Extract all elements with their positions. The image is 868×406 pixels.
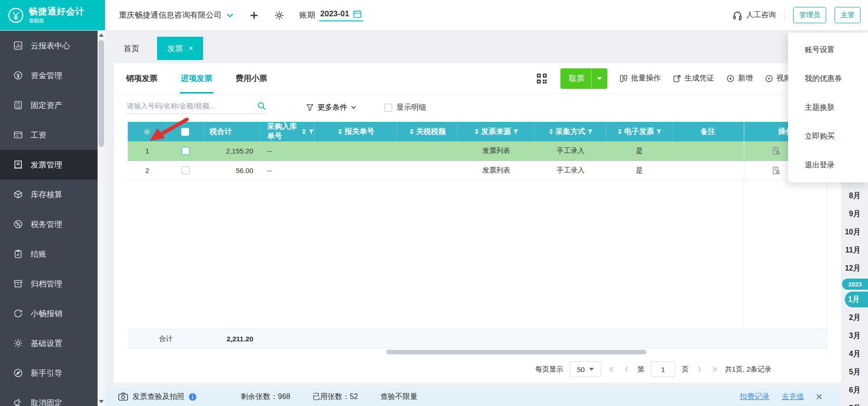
table-row[interactable]: 2 56.00 -- 发票列表 手工录入 是 [128, 161, 827, 180]
view-detail-button[interactable] [772, 166, 781, 175]
select-all-header[interactable] [167, 122, 204, 141]
column-header-source[interactable]: 发票来源 [458, 122, 535, 141]
scrollbar-thumb[interactable] [99, 40, 104, 147]
sidebar-item-salary[interactable]: 工资 [0, 120, 105, 150]
search-input[interactable] [127, 102, 253, 110]
show-detail-toggle[interactable]: 显示明细 [384, 103, 426, 113]
tab-home[interactable]: 首页 [113, 37, 150, 60]
sidebar-item-basic-settings[interactable]: 基础设置 [0, 328, 105, 358]
subtab-sales-invoice[interactable]: 销项发票 [125, 63, 158, 93]
column-header-tax-total[interactable]: 税合计 [204, 122, 260, 141]
first-page-button[interactable] [608, 366, 616, 373]
sidebar-item-tax[interactable]: 税务管理 [0, 209, 105, 239]
menu-item-buy-now[interactable]: 立即购买 [788, 122, 868, 151]
sidebar-item-archive[interactable]: 归档管理 [0, 269, 105, 299]
page-number-input[interactable] [651, 361, 675, 377]
sidebar-item-closing[interactable]: 结账 [0, 239, 105, 269]
month-item[interactable]: 9月 [838, 205, 868, 223]
sidebar-item-funds[interactable]: 资金管理 [0, 60, 105, 90]
subtab-purchase-invoice[interactable]: 进项发票 [180, 63, 213, 93]
filter-icon[interactable] [587, 129, 593, 134]
scroll-up-arrow-icon[interactable] [99, 33, 104, 37]
menu-item-theme-skin[interactable]: 主题换肤 [788, 93, 868, 122]
sidebar-item-fixed-assets[interactable]: 固定资产 [0, 90, 105, 120]
month-item[interactable]: 2月 [838, 309, 868, 327]
subtab-expense-receipt[interactable]: 费用小票 [235, 63, 268, 93]
sidebar-item-unpin[interactable]: 取消固定 [0, 388, 105, 406]
gear-icon[interactable] [143, 128, 151, 136]
horizontal-scrollbar[interactable] [128, 348, 827, 356]
sidebar-item-invoice[interactable]: 发票管理 [0, 150, 105, 180]
tab-invoice[interactable]: 发票 × [157, 37, 203, 60]
scroll-down-arrow-icon[interactable] [99, 400, 104, 403]
sort-icon[interactable] [475, 129, 479, 134]
role-admin-button[interactable]: 管理员 [793, 7, 826, 23]
close-bar-button[interactable] [816, 393, 822, 400]
month-item[interactable]: 7月 [838, 399, 868, 406]
more-conditions-button[interactable]: 更多条件 [306, 103, 356, 113]
scrollbar-thumb[interactable] [386, 350, 646, 354]
month-item[interactable]: 10月 [838, 223, 868, 241]
info-icon[interactable] [189, 393, 197, 401]
filter-icon[interactable] [309, 129, 314, 134]
month-item[interactable]: 12月 [838, 260, 868, 278]
select-all-checkbox[interactable] [181, 128, 189, 136]
video-button[interactable]: 视频 [765, 73, 791, 83]
sort-icon[interactable] [338, 129, 342, 134]
column-header-tariff-amount[interactable]: 关税税额 [397, 122, 458, 141]
sidebar-item-cloud-report[interactable]: 云报表中心 [0, 31, 105, 60]
recharge-link[interactable]: 去充值 [782, 392, 804, 402]
column-header-electronic[interactable]: 电子发票 [606, 122, 672, 141]
month-item-active[interactable]: 1月 [845, 292, 868, 307]
qr-scan-button[interactable] [535, 72, 548, 85]
prev-page-button[interactable] [623, 366, 631, 373]
period-selector[interactable]: 2023-01 [319, 9, 363, 21]
get-invoice-button[interactable]: 取票 [560, 68, 607, 89]
month-item[interactable]: 5月 [838, 363, 868, 381]
new-tab-button[interactable]: ＋ [248, 9, 260, 21]
add-new-button[interactable]: 新增 [726, 73, 753, 83]
company-selector[interactable]: 重庆畅捷通信息咨询有限公司 [119, 10, 234, 20]
month-item[interactable]: 4月 [838, 345, 868, 363]
column-header-customs-no[interactable]: 报关单号 [315, 122, 397, 141]
sidebar-scrollbar[interactable] [98, 31, 105, 406]
sort-icon[interactable] [618, 129, 622, 134]
batch-operation-button[interactable]: 批量操作 [619, 73, 661, 83]
show-detail-checkbox[interactable] [384, 104, 392, 112]
search-icon[interactable] [257, 101, 266, 111]
sidebar-item-inventory[interactable]: 库存核算 [0, 180, 105, 209]
sidebar-item-beginner-guide[interactable]: 新手引导 [0, 358, 105, 388]
next-page-button[interactable] [696, 366, 703, 373]
month-item[interactable]: 3月 [838, 327, 868, 345]
column-settings-header[interactable] [128, 122, 167, 141]
month-item[interactable]: 8月 [838, 187, 868, 205]
per-page-select[interactable]: 50 [570, 361, 601, 377]
generate-voucher-button[interactable]: 生成凭证 [673, 73, 714, 83]
support-button[interactable]: 人工咨询 [732, 10, 776, 20]
menu-item-logout[interactable]: 退出登录 [788, 151, 868, 180]
fee-record-link[interactable]: 扣费记录 [740, 392, 769, 402]
row-checkbox[interactable] [182, 147, 190, 155]
column-header-remark[interactable]: 备注 [672, 122, 744, 141]
app-logo[interactable]: 畅捷通好会计 旗舰版 [0, 0, 105, 30]
sort-icon[interactable] [302, 129, 306, 134]
filter-icon[interactable] [513, 129, 519, 134]
month-item[interactable]: 11月 [838, 241, 868, 260]
sort-icon[interactable] [549, 129, 553, 134]
filter-icon[interactable] [656, 129, 662, 134]
sidebar-item-reimburse[interactable]: 小畅报销 [0, 299, 105, 328]
get-invoice-dropdown[interactable] [591, 68, 607, 89]
table-row[interactable]: 1 2,155.20 -- 发票列表 手工录入 是 [128, 141, 827, 161]
month-item[interactable]: 6月 [838, 381, 868, 399]
menu-item-my-coupons[interactable]: 我的优惠券 [788, 64, 868, 93]
view-detail-button[interactable] [772, 146, 781, 155]
settings-gear-button[interactable] [274, 10, 284, 20]
last-page-button[interactable] [710, 366, 718, 373]
column-header-collect-method[interactable]: 采集方式 [535, 122, 606, 141]
menu-item-account-settings[interactable]: 账号设置 [788, 35, 868, 64]
row-checkbox[interactable] [182, 166, 190, 174]
close-icon[interactable]: × [189, 45, 193, 52]
column-header-purchase-no[interactable]: 采购入库单号 [260, 122, 315, 141]
role-supervisor-button[interactable]: 主管 [835, 7, 861, 23]
sort-icon[interactable] [410, 129, 414, 134]
